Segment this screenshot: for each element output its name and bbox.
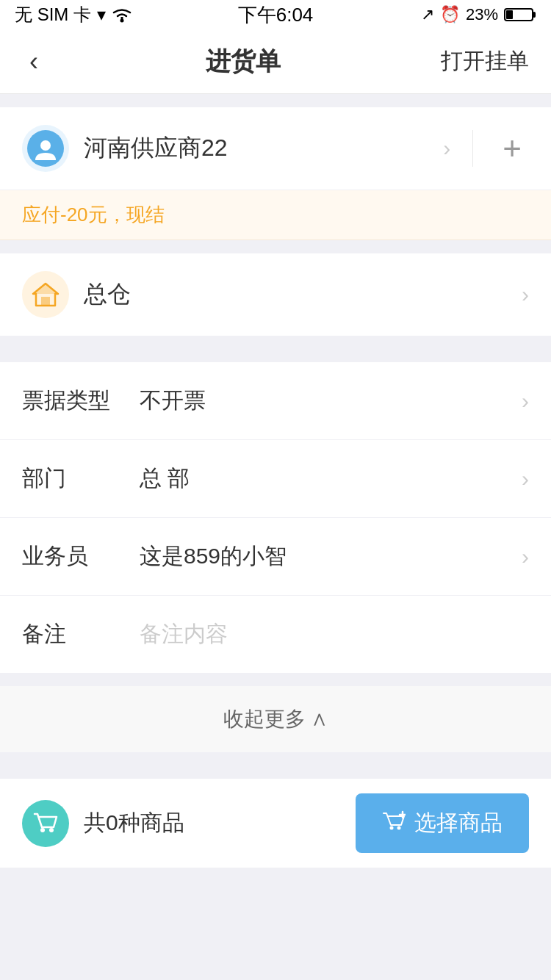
status-bar-left: 无 SIM 卡 ▾ [15,3,132,26]
warehouse-chevron-icon: › [522,282,529,307]
alarm-icon: ⏰ [440,5,460,24]
wifi-signal-icon [112,7,132,23]
page-title: 进货单 [206,45,281,79]
back-button[interactable]: ‹ [22,39,46,84]
avatar [22,125,69,172]
select-product-button[interactable]: 选择商品 [356,793,529,853]
section-divider-4 [0,752,551,765]
svg-marker-7 [33,284,58,294]
department-label: 部门 [22,464,125,494]
product-cart-icon [22,800,69,847]
person-icon [32,135,59,162]
status-bar: 无 SIM 卡 ▾ 下午6:04 ↗ ⏰ 23% [0,0,551,29]
svg-rect-2 [533,12,536,18]
svg-rect-6 [41,297,50,306]
select-product-label: 选择商品 [414,808,503,838]
invoice-type-label: 票据类型 [22,386,125,416]
collapse-section: 收起更多 ∧ [0,686,551,752]
remark-input[interactable]: 备注内容 [125,619,529,649]
status-time: 下午6:04 [238,2,314,28]
warehouse-section[interactable]: 总仓 › [0,253,551,336]
svg-point-4 [40,140,51,151]
svg-rect-3 [506,10,513,19]
collapse-button[interactable]: 收起更多 ∧ [223,707,328,730]
avatar-inner [27,130,64,167]
supplier-name: 河南供应商22 [84,132,443,165]
invoice-type-row[interactable]: 票据类型 不开票 › [0,362,551,440]
department-value: 总 部 [125,464,522,494]
svg-point-8 [40,828,45,832]
battery-icon [504,7,536,23]
svg-point-11 [397,826,401,830]
warehouse-name: 总仓 [84,278,522,311]
house-icon [32,281,60,309]
add-supplier-button[interactable]: + [495,130,529,167]
notice-text: 应付-20元，现结 [22,203,165,226]
section-divider-3 [0,336,551,349]
supplier-section: 河南供应商22 › + 应付-20元，现结 [0,107,551,240]
bottom-area [0,868,551,980]
location-icon: ↗ [421,5,434,24]
invoice-type-chevron-icon: › [522,389,529,414]
salesperson-chevron-icon: › [522,544,529,569]
product-count-label: 共0种商品 [84,808,356,838]
warehouse-row[interactable]: 总仓 › [0,253,551,336]
section-divider-1 [0,94,551,107]
remark-row[interactable]: 备注 备注内容 [0,596,551,673]
open-pending-button[interactable]: 打开挂单 [441,46,529,76]
remark-label: 备注 [22,619,125,649]
svg-point-10 [390,826,394,830]
salesperson-row[interactable]: 业务员 这是859的小智 › [0,518,551,596]
salesperson-label: 业务员 [22,541,125,572]
department-chevron-icon: › [522,466,529,491]
supplier-row[interactable]: 河南供应商22 › + [0,107,551,190]
select-product-icon [382,810,406,836]
form-section: 票据类型 不开票 › 部门 总 部 › 业务员 这是859的小智 › 备注 备注… [0,362,551,673]
svg-point-9 [49,828,54,832]
cart-plus-icon [382,810,406,831]
notice-bar: 应付-20元，现结 [0,190,551,240]
status-bar-right: ↗ ⏰ 23% [421,5,536,24]
sim-label: 无 SIM 卡 [15,3,91,26]
section-divider-2 [0,240,551,253]
product-bar: 共0种商品 选择商品 [0,779,551,868]
salesperson-value: 这是859的小智 [125,541,522,572]
wifi-icon: ▾ [97,4,106,25]
cart-icon [32,810,60,837]
warehouse-icon [22,271,69,318]
supplier-chevron-icon: › [443,136,450,161]
svg-point-0 [120,19,124,23]
battery-label: 23% [466,5,498,24]
vertical-divider [472,130,473,167]
department-row[interactable]: 部门 总 部 › [0,440,551,518]
nav-bar: ‹ 进货单 打开挂单 [0,29,551,94]
invoice-type-value: 不开票 [125,386,522,416]
